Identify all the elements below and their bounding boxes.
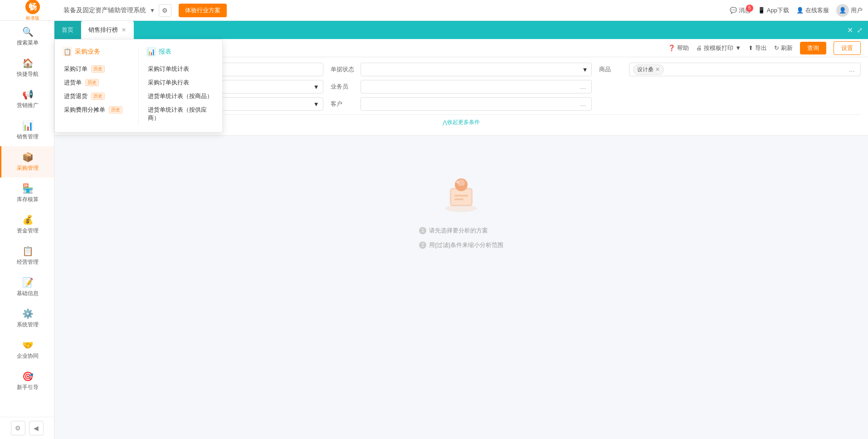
order-status-select[interactable]: ▼ [361,63,592,76]
rank-dropdown-icon: ▼ [313,84,319,90]
filter-customer: 客户 ... [331,97,592,111]
step-2: 2 用[过滤]条件来缩小分析范围 [419,239,503,251]
sidebar-label-search: 搜索菜单 [17,39,39,47]
inventory-icon: 🏪 [22,183,34,194]
tab-bar: 首页 销售排行榜 ✕ ✕ ⤢ [54,21,868,39]
gear-settings-btn[interactable]: ⚙ [159,4,171,17]
step-1: 1 请先选择要分析的方案 [419,225,503,237]
svg-rect-2 [451,189,471,205]
dropdown-report-title: 📊 报表 [146,47,215,57]
sidebar-label-operation: 经营管理 [17,258,39,266]
dropdown-item-purchase-expense[interactable]: 采购费用分摊单 历史 [62,103,131,117]
sidebar-item-basic[interactable]: 📝 基础信息 [0,271,54,303]
tab-home[interactable]: 首页 [54,21,81,39]
tab-sales-rank[interactable]: 销售排行榜 ✕ [81,21,134,39]
sidebar-item-operation[interactable]: 📋 经营管理 [0,240,54,271]
query-btn[interactable]: 查询 [800,42,826,54]
help-icon: ❓ [668,44,675,51]
tab-close-all-btn[interactable]: ✕ [847,26,853,35]
print-btn[interactable]: 🖨 按模板打印 ▼ [696,44,741,52]
app-download-btn[interactable]: 📱 App下载 [758,6,789,15]
report-col-icon: 📊 [146,47,156,57]
tab-close-icon[interactable]: ✕ [122,27,126,33]
salesperson-select[interactable]: ... [361,80,592,94]
customer-more[interactable]: ... [578,100,588,108]
header-right: 💬 消息 5 📱 App下载 👤 在线客服 👤 用户 [730,4,863,17]
sidebar-settings-btn[interactable]: ⚙ [11,421,25,435]
filter-order-status: 单据状态 ▼ [331,63,592,76]
dropdown-item-order-stats[interactable]: 采购订单统计表 [146,62,215,76]
tab-home-label: 首页 [62,26,73,34]
message-badge: 5 [746,5,753,12]
sidebar-item-system[interactable]: ⚙️ 系统管理 [0,303,54,334]
marketing-icon: 📢 [22,89,34,100]
sidebar-label-inventory: 库存核算 [17,196,39,203]
home-icon: 🏠 [22,58,34,69]
empty-instructions: 1 请先选择要分析的方案 2 用[过滤]条件来缩小分析范围 [419,225,503,251]
sidebar-label-enterprise: 企业协同 [17,352,39,360]
sidebar-label-purchase: 采购管理 [17,164,39,172]
tab-expand-btn[interactable]: ⤢ [857,26,863,35]
sidebar-item-guide[interactable]: 🎯 新手引导 [0,365,54,397]
dropdown-item-purchase-order[interactable]: 采购订单 历史 [62,62,131,76]
dropdown-purchase-col: 📋 采购业务 采购订单 历史 进货单 历史 进货退货 历史 采购费用分摊单 历史 [62,47,131,125]
dropdown-item-stock-stats-supplier[interactable]: 进货单统计表（按供应商） [146,103,215,125]
user-btn[interactable]: 👤 用户 [836,4,863,17]
sidebar-bottom: ⚙ ◀ [0,417,54,439]
header-title: 装备及固定资产辅助管理系统 ▼ ⚙ 体验行业方案 [63,4,730,17]
order-status-dropdown-icon: ▼ [582,66,588,73]
refresh-btn[interactable]: ↻ 刷新 [774,44,793,52]
collapse-icon: ⋀ [443,119,447,126]
empty-state: 1 请先选择要分析的方案 2 用[过滤]条件来缩小分析范围 [54,136,868,287]
area-dropdown-icon: ▼ [313,101,319,108]
purchase-col-icon: 📋 [62,47,72,57]
message-btn[interactable]: 💬 消息 5 [730,6,751,15]
dropdown-item-stock-stats-goods[interactable]: 进货单统计表（按商品） [146,89,215,103]
purchase-dropdown-menu: 📋 采购业务 采购订单 历史 进货单 历史 进货退货 历史 采购费用分摊单 历史… [54,39,223,133]
dropdown-item-order-exec[interactable]: 采购订单执行表 [146,76,215,89]
history-badge-3: 历史 [91,93,105,100]
logo-subtext: 标准版 [26,15,39,21]
tab-sales-rank-label: 销售排行榜 [88,26,118,34]
goods-select[interactable]: 设计桑 ✕ ... [629,63,861,76]
export-btn[interactable]: ⬆ 导出 [748,44,767,52]
system-title: 装备及固定资产辅助管理系统 [63,6,146,15]
guide-icon: 🎯 [22,371,34,382]
purchase-icon: 📦 [22,152,34,163]
sidebar-item-inventory[interactable]: 🏪 库存核算 [0,178,54,209]
finance-icon: 💰 [22,214,34,225]
goods-tag-close[interactable]: ✕ [655,66,660,73]
sidebar-label-finance: 资金管理 [17,227,39,235]
message-icon: 💬 [730,7,737,14]
title-dropdown-icon[interactable]: ▼ [150,7,155,14]
tab-bar-right: ✕ ⤢ [847,26,868,35]
sidebar-item-shortcut[interactable]: 🏠 快捷导航 [0,52,54,84]
sidebar-item-finance[interactable]: 💰 资金管理 [0,209,54,240]
help-btn[interactable]: ❓ 帮助 [668,44,689,52]
history-badge-4: 历史 [109,106,122,113]
sidebar-item-marketing[interactable]: 📢 营销推广 [0,84,54,115]
customer-select[interactable]: ... [361,97,592,111]
dropdown-item-stock-in[interactable]: 进货单 历史 [62,76,131,89]
sidebar-item-enterprise[interactable]: 🤝 企业协同 [0,334,54,365]
sidebar: 🔍 搜索菜单 🏠 快捷导航 📢 营销推广 📊 销售管理 📦 采购管理 🏪 库存核… [0,21,54,439]
system-icon: ⚙️ [22,308,34,319]
svg-point-6 [456,181,459,183]
search-icon: 🔍 [22,26,34,37]
print-dropdown-icon[interactable]: ▼ [735,44,741,51]
service-icon: 👤 [796,7,804,14]
sidebar-label-system: 系统管理 [17,321,39,329]
history-badge-1: 历史 [91,65,105,73]
sidebar-item-purchase[interactable]: 📦 采购管理 [0,146,54,178]
dropdown-item-stock-return[interactable]: 进货退货 历史 [62,89,131,103]
sidebar-collapse-btn[interactable]: ◀ [29,421,44,435]
print-icon: 🖨 [696,44,702,51]
sidebar-item-search[interactable]: 🔍 搜索菜单 [0,21,54,52]
operation-icon: 📋 [22,246,34,256]
salesperson-more[interactable]: ... [578,83,588,91]
industry-btn[interactable]: 体验行业方案 [179,4,227,17]
settings-btn[interactable]: 设置 [834,41,861,55]
online-service-btn[interactable]: 👤 在线客服 [796,6,829,15]
sidebar-item-sales[interactable]: 📊 销售管理 [0,115,54,146]
goods-more-btn[interactable]: ... [847,65,857,74]
